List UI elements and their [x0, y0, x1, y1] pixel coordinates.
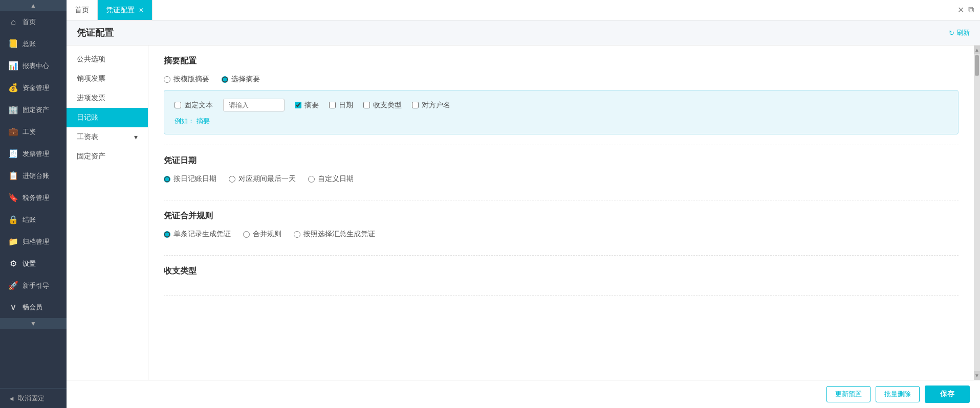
sidebar-label-reports: 报表中心: [23, 61, 49, 71]
merge-rule-radio[interactable]: [243, 231, 250, 238]
date-checkbox-label[interactable]: 日期: [329, 101, 353, 110]
closing-icon: 🔒: [8, 215, 18, 224]
sidebar-item-home[interactable]: ⌂ 首页: [0, 11, 67, 33]
period-last-option[interactable]: 对应期间最后一天: [229, 174, 296, 184]
bottom-bar: 更新预置 批量删除 保存: [67, 380, 980, 408]
summary-checkboxes: 固定文本 摘要 日期 收支类型: [175, 99, 948, 111]
example-text: 例如： 摘要: [175, 117, 948, 126]
merge-rule-option[interactable]: 合并规则: [243, 230, 281, 239]
sidebar-item-assets[interactable]: 🏢 固定资产: [0, 99, 67, 121]
sidebar-label-closing: 结账: [23, 215, 36, 224]
left-nav-sales-invoice[interactable]: 销项发票: [67, 69, 148, 88]
select-summary-option[interactable]: 按照选择汇总生成凭证: [294, 230, 375, 239]
income-type-checkbox-label[interactable]: 收支类型: [363, 101, 402, 110]
refresh-button[interactable]: ↻ 刷新: [949, 28, 970, 37]
sidebar-item-archive[interactable]: 📁 归档管理: [0, 231, 67, 253]
sidebar-item-ledger[interactable]: 📒 总账: [0, 33, 67, 55]
fixed-text-checkbox-label[interactable]: 固定文本: [175, 101, 213, 110]
tab-voucher[interactable]: 凭证配置 ✕: [98, 0, 153, 20]
income-type-checkbox[interactable]: [363, 102, 370, 108]
custom-date-option[interactable]: 自定义日期: [308, 174, 354, 184]
page-header: 凭证配置 ↻ 刷新: [67, 20, 980, 46]
custom-date-radio[interactable]: [308, 176, 315, 183]
chevron-down-icon: ▾: [134, 133, 138, 141]
sidebar-scroll-down[interactable]: ▼: [0, 318, 67, 329]
home-icon: ⌂: [8, 17, 18, 27]
refresh-icon: ↻: [949, 29, 954, 37]
salary-icon: 💼: [8, 127, 18, 137]
fixed-text-checkbox[interactable]: [175, 102, 181, 108]
sidebar-item-settings[interactable]: ⚙ 设置: [0, 253, 67, 275]
sidebar-unpin-button[interactable]: ◄ 取消固定: [0, 388, 67, 408]
left-nav-payroll[interactable]: 工资表 ▾: [67, 127, 148, 147]
counterpart-checkbox[interactable]: [412, 102, 419, 108]
sidebar-item-funds[interactable]: 💰 资金管理: [0, 77, 67, 99]
update-preview-button[interactable]: 更新预置: [826, 386, 870, 402]
page-title: 凭证配置: [77, 27, 114, 39]
sidebar-item-tax[interactable]: 🔖 税务管理: [0, 187, 67, 209]
single-record-option[interactable]: 单条记录生成凭证: [164, 230, 231, 239]
sidebar-item-sales-ledger[interactable]: 📋 进销台账: [0, 165, 67, 187]
vip-icon: V: [8, 303, 18, 311]
sidebar-unpin-label: 取消固定: [18, 394, 45, 403]
tab-voucher-close[interactable]: ✕: [139, 7, 144, 14]
tab-home[interactable]: 首页: [67, 0, 98, 20]
select-mode-option[interactable]: 选择摘要: [222, 75, 260, 84]
date-label: 日期: [339, 101, 353, 110]
sidebar-item-invoice-mgmt[interactable]: 🧾 发票管理: [0, 143, 67, 165]
merge-rule-label: 合并规则: [253, 230, 281, 239]
sidebar-item-guide[interactable]: 🚀 新手引导: [0, 275, 67, 297]
counterpart-checkbox-label[interactable]: 对方户名: [412, 101, 450, 110]
maximize-window-button[interactable]: ⧉: [968, 5, 974, 15]
fixed-text-input[interactable]: [223, 99, 285, 111]
sidebar-label-assets: 固定资产: [23, 105, 49, 115]
voucher-date-group: 按日记账日期 对应期间最后一天 自定义日期: [164, 174, 959, 184]
close-window-button[interactable]: ✕: [957, 5, 964, 15]
tab-bar: 首页 凭证配置 ✕ ✕ ⧉: [67, 0, 980, 20]
journal-date-option[interactable]: 按日记账日期: [164, 174, 216, 184]
summary-checkbox-label[interactable]: 摘要: [295, 101, 319, 110]
sidebar-label-archive: 归档管理: [23, 237, 49, 246]
custom-date-label: 自定义日期: [318, 174, 354, 184]
summary-config-title: 摘要配置: [164, 56, 959, 66]
sidebar-item-salary[interactable]: 💼 工资: [0, 121, 67, 143]
main-scrollbar[interactable]: ▲ ▼: [974, 46, 980, 380]
template-mode-option[interactable]: 按模版摘要: [164, 75, 209, 84]
summary-checkbox[interactable]: [295, 102, 301, 108]
sidebar-label-ledger: 总账: [23, 39, 36, 49]
sidebar-item-closing[interactable]: 🔒 结账: [0, 209, 67, 231]
main-area: 首页 凭证配置 ✕ ✕ ⧉ 凭证配置 ↻ 刷新 公共选项 销项发票 进项: [67, 0, 980, 408]
scrollbar-thumb[interactable]: [975, 55, 979, 76]
sidebar-item-reports[interactable]: 📊 报表中心: [0, 55, 67, 77]
batch-delete-button[interactable]: 批量删除: [876, 386, 920, 402]
sidebar-scroll-up[interactable]: ▲: [0, 0, 67, 11]
archive-icon: 📁: [8, 237, 18, 246]
scroll-up-arrow[interactable]: ▲: [974, 46, 980, 54]
refresh-label: 刷新: [956, 28, 970, 37]
pin-icon: ◄: [8, 395, 15, 402]
left-nav-public[interactable]: 公共选项: [67, 50, 148, 69]
sidebar-item-vip[interactable]: V 畅会员: [0, 297, 67, 318]
funds-icon: 💰: [8, 83, 18, 93]
left-nav-fixed-assets[interactable]: 固定资产: [67, 147, 148, 166]
template-mode-radio[interactable]: [164, 76, 170, 83]
period-last-radio[interactable]: [229, 176, 235, 183]
date-checkbox[interactable]: [329, 102, 336, 108]
sidebar-label-funds: 资金管理: [23, 83, 49, 93]
sidebar-label-salary: 工资: [23, 127, 36, 137]
summary-label: 摘要: [304, 101, 319, 110]
select-summary-radio[interactable]: [294, 231, 300, 238]
scroll-down-arrow[interactable]: ▼: [974, 371, 980, 380]
sidebar-label-tax: 税务管理: [23, 193, 49, 202]
left-nav-purchase-invoice[interactable]: 进项发票: [67, 88, 148, 108]
save-button[interactable]: 保存: [925, 386, 970, 403]
journal-date-radio[interactable]: [164, 176, 170, 183]
income-type-section-title: 收支类型: [164, 266, 959, 277]
select-mode-radio[interactable]: [222, 76, 228, 83]
left-nav-journal[interactable]: 日记账: [67, 108, 148, 127]
journal-date-label: 按日记账日期: [173, 174, 216, 184]
select-summary-label: 按照选择汇总生成凭证: [303, 230, 375, 239]
sidebar-label-guide: 新手引导: [23, 281, 49, 290]
single-record-radio[interactable]: [164, 231, 170, 238]
sidebar-label-settings: 设置: [23, 259, 36, 268]
